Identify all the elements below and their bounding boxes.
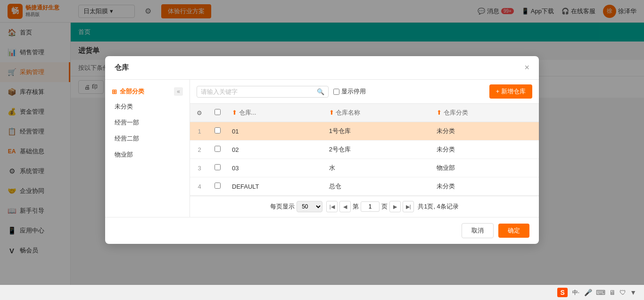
category-item-unclassified[interactable]: 未分类 — [105, 99, 190, 115]
row-checkbox-cell — [209, 122, 226, 141]
show-disabled-label: 显示停用 — [341, 87, 366, 96]
all-category-label: 全部分类 — [120, 87, 144, 96]
category-item-property[interactable]: 物业部 — [105, 147, 190, 163]
select-all-checkbox[interactable] — [215, 109, 221, 115]
cancel-button[interactable]: 取消 — [462, 223, 494, 238]
shield-icon[interactable]: 🛡 — [619, 289, 626, 296]
col-category: ⬆ 仓库分类 — [431, 104, 539, 122]
category-item-dept2[interactable]: 经营二部 — [105, 131, 190, 147]
row-checkbox[interactable] — [215, 127, 221, 133]
per-page-dropdown[interactable]: 50 100 200 — [297, 201, 322, 212]
category-all[interactable]: ⊞ 全部分类 — [112, 87, 144, 96]
table-row[interactable]: 3 03 水 物业部 — [190, 159, 539, 177]
chevron-icon[interactable]: ▼ — [630, 289, 636, 296]
row-code: 02 — [226, 141, 323, 159]
status-bar: S 中· 🎤 ⌨ 🖥 🛡 ▼ — [0, 285, 644, 300]
modal-overlay: 仓库 × ⊞ 全部分类 « 未分类 经营一部 经营二部 物业部 — [0, 0, 644, 300]
modal-body: ⊞ 全部分类 « 未分类 经营一部 经营二部 物业部 🔍 — [105, 80, 539, 217]
row-category: 物业部 — [431, 159, 539, 177]
table-header-row: ⚙ ⬆ 仓库... ⬆ 仓库名称 ⬆ 仓库分类 — [190, 104, 539, 122]
table-row[interactable]: 1 01 1号仓库 未分类 — [190, 122, 539, 141]
row-checkbox-cell — [209, 177, 226, 196]
row-name: 1号仓库 — [323, 122, 431, 141]
row-name: 2号仓库 — [323, 141, 431, 159]
row-checkbox[interactable] — [215, 146, 221, 152]
per-page-select: 每页显示 50 100 200 — [270, 201, 322, 212]
row-num: 4 — [190, 177, 209, 196]
confirm-button[interactable]: 确定 — [498, 224, 529, 238]
data-table: ⚙ ⬆ 仓库... ⬆ 仓库名称 ⬆ 仓库分类 — [190, 104, 539, 196]
first-page-button[interactable]: |◀ — [326, 201, 338, 212]
row-category: 未分类 — [431, 122, 539, 141]
row-checkbox[interactable] — [215, 164, 221, 170]
per-page-label: 每页显示 — [270, 202, 295, 211]
warehouse-table: ⚙ ⬆ 仓库... ⬆ 仓库名称 ⬆ 仓库分类 — [190, 104, 539, 196]
status-logo: S — [557, 288, 567, 297]
total-info: 共1页, 4条记录 — [418, 202, 459, 211]
modal-header: 仓库 × — [105, 56, 539, 80]
row-num: 1 — [190, 122, 209, 141]
show-disabled-check[interactable] — [333, 89, 339, 95]
row-checkbox[interactable] — [215, 183, 221, 189]
search-icon: 🔍 — [317, 88, 324, 95]
page-label: 第 — [353, 202, 359, 211]
search-input[interactable] — [201, 88, 315, 95]
pagination-bar: 每页显示 50 100 200 |◀ ◀ 第 页 ▶ — [190, 196, 539, 217]
modal-footer: 取消 确定 — [105, 217, 539, 244]
table-row[interactable]: 4 DEFAULT 总仓 未分类 — [190, 177, 539, 196]
col-gear: ⚙ — [190, 104, 209, 122]
row-name: 水 — [323, 159, 431, 177]
sort-icon3: ⬆ — [437, 109, 442, 116]
ime-label: 中· — [572, 289, 579, 297]
page-nav: |◀ ◀ 第 页 ▶ ▶| — [326, 201, 414, 212]
sort-icon2: ⬆ — [329, 109, 334, 116]
page-number-input[interactable] — [361, 201, 380, 212]
category-item-dept1[interactable]: 经营一部 — [105, 115, 190, 131]
warehouse-modal: 仓库 × ⊞ 全部分类 « 未分类 经营一部 经营二部 物业部 — [105, 56, 539, 244]
table-toolbar: 🔍 显示停用 + 新增仓库 — [190, 80, 539, 104]
row-name: 总仓 — [323, 177, 431, 196]
keyboard-icon[interactable]: ⌨ — [596, 289, 605, 296]
status-icons: 🎤 ⌨ 🖥 🛡 ▼ — [584, 289, 636, 296]
page-suffix: 页 — [381, 202, 388, 211]
row-code: 01 — [226, 122, 323, 141]
prev-page-button[interactable]: ◀ — [339, 201, 351, 212]
row-category: 未分类 — [431, 177, 539, 196]
category-panel: ⊞ 全部分类 « 未分类 经营一部 经营二部 物业部 — [105, 80, 190, 217]
row-code: 03 — [226, 159, 323, 177]
row-category: 未分类 — [431, 141, 539, 159]
col-code: ⬆ 仓库... — [226, 104, 323, 122]
last-page-button[interactable]: ▶| — [403, 201, 414, 212]
row-checkbox-cell — [209, 141, 226, 159]
search-input-wrap: 🔍 — [197, 86, 329, 98]
col-name: ⬆ 仓库名称 — [323, 104, 431, 122]
show-disabled-checkbox[interactable]: 显示停用 — [333, 87, 366, 96]
sort-icon: ⬆ — [232, 109, 237, 116]
col-checkbox — [209, 104, 226, 122]
row-num: 2 — [190, 141, 209, 159]
row-num: 3 — [190, 159, 209, 177]
row-checkbox-cell — [209, 159, 226, 177]
monitor-icon[interactable]: 🖥 — [609, 289, 616, 296]
row-code: DEFAULT — [226, 177, 323, 196]
mic-icon[interactable]: 🎤 — [584, 289, 592, 296]
collapse-button[interactable]: « — [174, 87, 183, 96]
category-header: ⊞ 全部分类 « — [105, 84, 190, 99]
table-panel: 🔍 显示停用 + 新增仓库 ⚙ — [190, 80, 539, 217]
modal-close-button[interactable]: × — [524, 63, 529, 73]
grid-icon: ⊞ — [112, 88, 117, 95]
table-row[interactable]: 2 02 2号仓库 未分类 — [190, 141, 539, 159]
modal-title: 仓库 — [115, 63, 129, 72]
next-page-button[interactable]: ▶ — [389, 201, 401, 212]
add-warehouse-button[interactable]: + 新增仓库 — [489, 84, 532, 99]
